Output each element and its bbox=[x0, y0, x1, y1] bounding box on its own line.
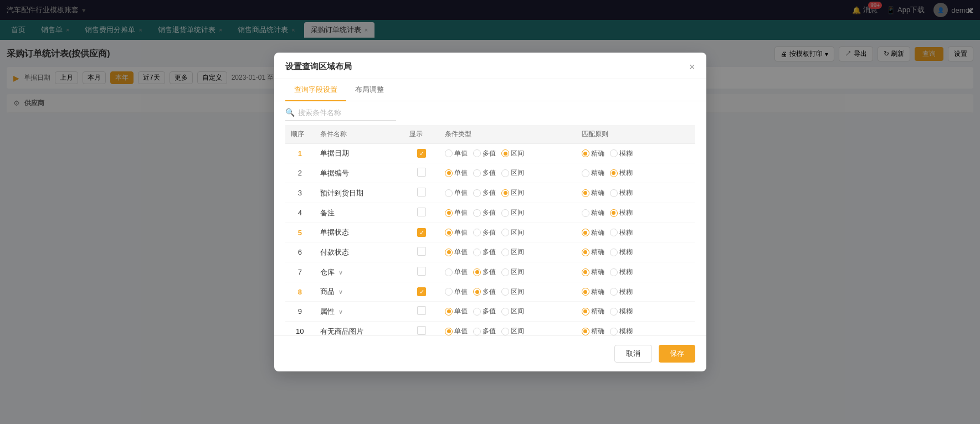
type-radio-multi[interactable]: 多值 bbox=[473, 287, 496, 297]
config-table-wrapper: 顺序 条件名称 显示 条件类型 匹配原则 1单据日期单值多值区间精确模糊2单据编… bbox=[274, 125, 706, 335]
type-radio-range[interactable]: 区间 bbox=[501, 307, 524, 316]
cell-type: 单值多值区间 bbox=[439, 262, 576, 282]
match-radio-fuzzy[interactable]: 模糊 bbox=[610, 287, 633, 297]
type-radio-multi[interactable]: 多值 bbox=[473, 208, 496, 218]
radio-btn-icon bbox=[582, 328, 589, 335]
type-radio-single[interactable]: 单值 bbox=[445, 208, 468, 218]
type-radio-single[interactable]: 单值 bbox=[445, 149, 468, 158]
type-radio-range[interactable]: 区间 bbox=[501, 267, 524, 277]
type-radio-range[interactable]: 区间 bbox=[501, 168, 524, 178]
radio-btn-icon bbox=[582, 209, 589, 217]
show-checkbox[interactable] bbox=[417, 326, 426, 335]
type-radio-multi[interactable]: 多值 bbox=[473, 327, 496, 335]
match-radio-exact[interactable]: 精确 bbox=[582, 287, 604, 297]
show-checkbox[interactable] bbox=[417, 188, 426, 197]
match-radio-fuzzy[interactable]: 模糊 bbox=[610, 247, 633, 257]
match-radio-exact[interactable]: 精确 bbox=[582, 208, 604, 218]
type-radio-multi[interactable]: 多值 bbox=[473, 188, 496, 198]
cell-show[interactable] bbox=[404, 242, 439, 262]
match-radio-exact[interactable]: 精确 bbox=[582, 307, 604, 316]
type-radio-single[interactable]: 单值 bbox=[445, 247, 468, 257]
type-radio-single[interactable]: 单值 bbox=[445, 327, 468, 335]
type-radio-range[interactable]: 区间 bbox=[501, 287, 524, 297]
modal-tab-query-fields[interactable]: 查询字段设置 bbox=[285, 79, 346, 101]
cell-show[interactable] bbox=[404, 144, 439, 163]
cell-show[interactable] bbox=[404, 302, 439, 322]
cell-show[interactable] bbox=[404, 223, 439, 242]
top-close-button[interactable]: × bbox=[967, 4, 973, 17]
radio-btn-icon bbox=[610, 209, 618, 217]
match-radio-exact[interactable]: 精确 bbox=[582, 228, 604, 237]
search-icon: 🔍 bbox=[285, 108, 295, 117]
match-radio-exact[interactable]: 精确 bbox=[582, 188, 604, 198]
cell-order: 7 bbox=[285, 262, 315, 282]
type-radio-multi[interactable]: 多值 bbox=[473, 168, 496, 178]
match-radio-exact[interactable]: 精确 bbox=[582, 247, 604, 257]
save-button[interactable]: 保存 bbox=[659, 345, 695, 363]
show-checkbox[interactable] bbox=[417, 267, 426, 276]
cell-match: 精确模糊 bbox=[576, 322, 695, 336]
cell-type: 单值多值区间 bbox=[439, 144, 576, 163]
cell-show[interactable] bbox=[404, 163, 439, 183]
match-radio-fuzzy[interactable]: 模糊 bbox=[610, 208, 633, 218]
type-radio-multi[interactable]: 多值 bbox=[473, 307, 496, 316]
cell-match: 精确模糊 bbox=[576, 282, 695, 302]
cell-name: 仓库 ∨ bbox=[315, 262, 404, 282]
match-radio-fuzzy[interactable]: 模糊 bbox=[610, 327, 633, 335]
match-radio-fuzzy[interactable]: 模糊 bbox=[610, 149, 633, 158]
match-radio-fuzzy[interactable]: 模糊 bbox=[610, 307, 633, 316]
modal-close-button[interactable]: × bbox=[689, 62, 695, 72]
show-checkbox[interactable] bbox=[417, 247, 426, 256]
radio-btn-icon bbox=[582, 229, 589, 236]
cell-show[interactable] bbox=[404, 203, 439, 223]
type-radio-single[interactable]: 单值 bbox=[445, 307, 468, 316]
match-radio-fuzzy[interactable]: 模糊 bbox=[610, 267, 633, 277]
cell-show[interactable] bbox=[404, 322, 439, 336]
type-radio-single[interactable]: 单值 bbox=[445, 287, 468, 297]
match-radio-fuzzy[interactable]: 模糊 bbox=[610, 228, 633, 237]
cell-show[interactable] bbox=[404, 183, 439, 203]
show-checkbox[interactable] bbox=[417, 306, 426, 315]
type-radio-range[interactable]: 区间 bbox=[501, 228, 524, 237]
type-radio-range[interactable]: 区间 bbox=[501, 188, 524, 198]
radio-btn-icon bbox=[445, 328, 453, 335]
show-checkbox[interactable] bbox=[417, 168, 426, 177]
type-radio-range[interactable]: 区间 bbox=[501, 327, 524, 335]
modal-title: 设置查询区域布局 bbox=[285, 61, 352, 72]
cell-show[interactable] bbox=[404, 282, 439, 302]
type-radio-multi[interactable]: 多值 bbox=[473, 267, 496, 277]
th-name: 条件名称 bbox=[315, 125, 404, 144]
match-radio-exact[interactable]: 精确 bbox=[582, 327, 604, 335]
match-radio-exact[interactable]: 精确 bbox=[582, 168, 604, 178]
type-radio-range[interactable]: 区间 bbox=[501, 149, 524, 158]
type-radio-multi[interactable]: 多值 bbox=[473, 149, 496, 158]
cell-order: 1 bbox=[285, 144, 315, 163]
type-radio-multi[interactable]: 多值 bbox=[473, 228, 496, 237]
show-checkbox[interactable] bbox=[417, 149, 426, 158]
type-radio-range[interactable]: 区间 bbox=[501, 208, 524, 218]
show-checkbox[interactable] bbox=[417, 208, 426, 216]
table-row: 1单据日期单值多值区间精确模糊 bbox=[285, 144, 695, 163]
cell-order: 8 bbox=[285, 282, 315, 302]
cancel-button[interactable]: 取消 bbox=[614, 345, 652, 363]
cell-name: 商品 ∨ bbox=[315, 282, 404, 302]
radio-btn-icon bbox=[445, 189, 453, 197]
search-input[interactable] bbox=[298, 108, 387, 117]
cell-type: 单值多值区间 bbox=[439, 242, 576, 262]
radio-btn-icon bbox=[445, 209, 453, 217]
show-checkbox[interactable] bbox=[417, 287, 426, 296]
show-checkbox[interactable] bbox=[417, 228, 426, 237]
match-radio-exact[interactable]: 精确 bbox=[582, 149, 604, 158]
type-radio-single[interactable]: 单值 bbox=[445, 188, 468, 198]
match-radio-exact[interactable]: 精确 bbox=[582, 267, 604, 277]
type-radio-single[interactable]: 单值 bbox=[445, 267, 468, 277]
match-radio-fuzzy[interactable]: 模糊 bbox=[610, 188, 633, 198]
modal-header: 设置查询区域布局 × bbox=[274, 53, 706, 79]
type-radio-range[interactable]: 区间 bbox=[501, 247, 524, 257]
match-radio-fuzzy[interactable]: 模糊 bbox=[610, 168, 633, 178]
type-radio-multi[interactable]: 多值 bbox=[473, 247, 496, 257]
cell-show[interactable] bbox=[404, 262, 439, 282]
modal-tab-layout[interactable]: 布局调整 bbox=[346, 79, 393, 101]
type-radio-single[interactable]: 单值 bbox=[445, 168, 468, 178]
type-radio-single[interactable]: 单值 bbox=[445, 228, 468, 237]
